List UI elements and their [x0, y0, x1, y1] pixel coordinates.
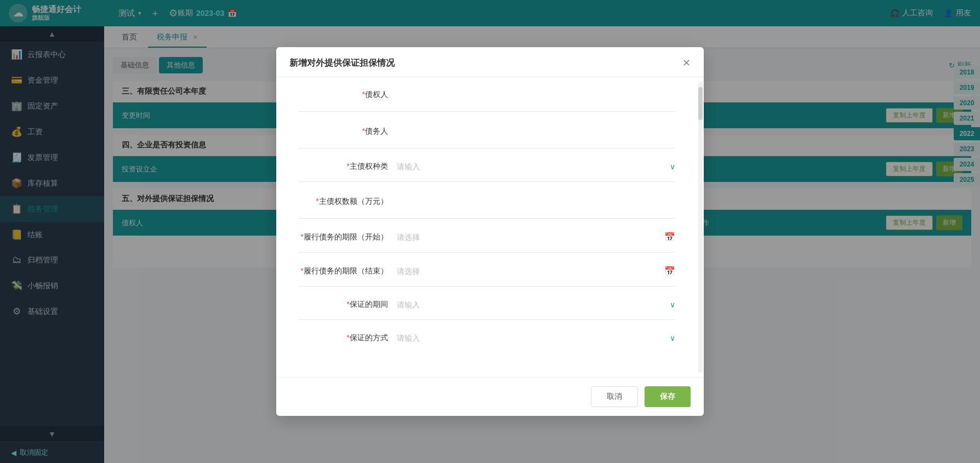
field-guarantee-period: *保证的期间 ∨ [298, 300, 675, 320]
modal-close-button[interactable]: ✕ [682, 57, 691, 69]
label-creditor: *债权人 [298, 90, 397, 100]
label-guarantee-method: *保证的方式 [298, 333, 397, 343]
modal-footer: 取消 保存 [276, 377, 704, 416]
label-debtor: *债务人 [298, 127, 397, 136]
modal-body: *债权人 *债务人 *主债权种类 [276, 77, 697, 377]
cancel-button[interactable]: 取消 [591, 386, 638, 407]
modal-scrollbar [698, 82, 703, 373]
claim-type-dropdown-icon[interactable]: ∨ [670, 162, 675, 171]
select-period-start: 📅 [397, 232, 675, 242]
input-debtor[interactable] [397, 125, 675, 138]
field-period-end: *履行债务的期限（结束） 📅 [298, 266, 675, 287]
field-creditor: *债权人 [298, 88, 675, 112]
period-end-calendar-icon[interactable]: 📅 [664, 266, 675, 276]
guarantee-method-dropdown-icon[interactable]: ∨ [670, 334, 675, 342]
field-period-start: *履行债务的期限（开始） 📅 [298, 232, 675, 253]
modal-dialog: 新增对外提供保证担保情况 ✕ *债权人 *债务人 [276, 47, 704, 416]
label-claim-amount: *主债权数额（万元） [298, 197, 397, 207]
label-period-end: *履行债务的期限（结束） [298, 266, 397, 276]
guarantee-period-dropdown-icon[interactable]: ∨ [670, 300, 675, 309]
field-guarantee-method: *保证的方式 ∨ [298, 333, 675, 353]
select-guarantee-method: ∨ [397, 334, 675, 342]
label-claim-type: *主债权种类 [298, 162, 397, 172]
input-claim-amount[interactable] [397, 195, 675, 208]
label-period-start: *履行债务的期限（开始） [298, 232, 397, 242]
modal-body-wrap: *债权人 *债务人 *主债权种类 [276, 77, 704, 377]
select-period-end: 📅 [397, 266, 675, 276]
field-claim-type: *主债权种类 ∨ [298, 162, 675, 182]
period-start-calendar-icon[interactable]: 📅 [664, 232, 675, 242]
modal-header: 新增对外提供保证担保情况 ✕ [276, 47, 704, 77]
modal-scrollbar-thumb [698, 87, 703, 120]
modal-title: 新增对外提供保证担保情况 [289, 58, 395, 69]
select-guarantee-period: ∨ [397, 300, 675, 309]
input-guarantee-method[interactable] [397, 334, 670, 342]
select-claim-type: ∨ [397, 162, 675, 171]
field-debtor: *债务人 [298, 125, 675, 148]
save-button[interactable]: 保存 [645, 386, 691, 407]
modal-overlay: 新增对外提供保证担保情况 ✕ *债权人 *债务人 [0, 0, 980, 463]
input-claim-type[interactable] [397, 162, 670, 171]
input-guarantee-period[interactable] [397, 300, 670, 309]
input-creditor[interactable] [397, 88, 675, 101]
label-guarantee-period: *保证的期间 [298, 300, 397, 310]
input-period-end[interactable] [397, 267, 664, 276]
field-claim-amount: *主债权数额（万元） [298, 195, 675, 219]
input-period-start[interactable] [397, 233, 664, 242]
